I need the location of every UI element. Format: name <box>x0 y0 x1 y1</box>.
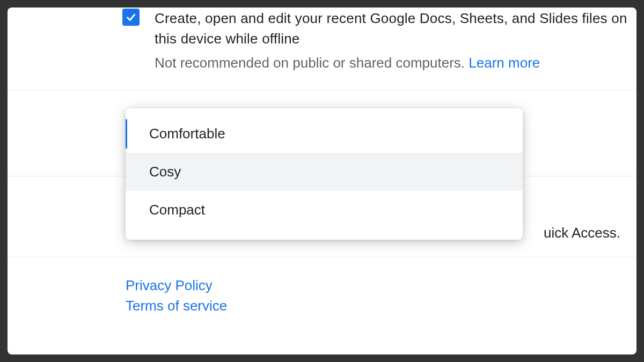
density-option-compact[interactable]: Compact <box>126 191 523 229</box>
offline-section: Create, open and edit your recent Google… <box>8 8 636 90</box>
offline-title: Create, open and edit your recent Google… <box>155 8 636 49</box>
density-dropdown: Comfortable Cosy Compact <box>126 108 523 240</box>
terms-of-service-link[interactable]: Terms of service <box>126 296 636 316</box>
check-icon <box>125 11 137 23</box>
privacy-policy-link[interactable]: Privacy Policy <box>126 276 636 296</box>
learn-more-link[interactable]: Learn more <box>469 55 540 71</box>
offline-text-block: Create, open and edit your recent Google… <box>155 8 636 73</box>
settings-panel: Create, open and edit your recent Google… <box>8 8 636 354</box>
density-option-cosy[interactable]: Cosy <box>126 153 523 191</box>
quick-access-text-fragment: uick Access. <box>544 225 620 241</box>
offline-setting-row: Create, open and edit your recent Google… <box>8 8 636 90</box>
offline-subtext-text: Not recommended on public or shared comp… <box>155 55 469 71</box>
offline-subtext: Not recommended on public or shared comp… <box>155 53 636 73</box>
footer-links: Privacy Policy Terms of service <box>8 257 636 316</box>
offline-checkbox[interactable] <box>122 9 140 26</box>
density-option-comfortable[interactable]: Comfortable <box>126 115 523 153</box>
